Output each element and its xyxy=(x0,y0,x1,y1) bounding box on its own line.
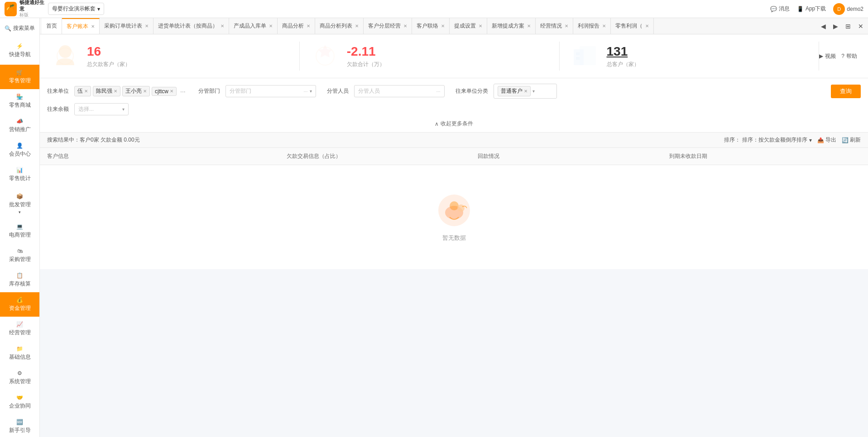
tabs-next-btn[interactable]: ▶ xyxy=(830,22,841,31)
unit-class-select[interactable]: 普通客户 ✕ ▾ xyxy=(494,84,557,99)
sidebar-item-system[interactable]: ⚙ 系统管理 xyxy=(0,366,39,390)
sidebar-item-marketing[interactable]: 📣 营销推广 xyxy=(0,114,39,138)
svg-point-0 xyxy=(59,45,72,58)
tab-close-prompt-settings[interactable]: ✕ xyxy=(479,24,482,28)
tag-close-cjttcw[interactable]: ✕ xyxy=(170,89,173,94)
tab-close-customer-tier[interactable]: ✕ xyxy=(403,24,407,28)
tab-close-new-achievement[interactable]: ✕ xyxy=(527,24,531,28)
collapse-btn[interactable]: ∧ 收起更多条件 xyxy=(435,120,473,128)
unit-class-tags: 普通客户 ✕ xyxy=(498,86,531,96)
sidebar-item-retail-mgmt[interactable]: 🛒 零售管理 xyxy=(0,65,39,89)
page-content: 16 总欠款客户（家） -2.11 欠款合计（万） xyxy=(40,34,868,437)
sidebar-item-enterprise[interactable]: 🤝 企业协同 xyxy=(0,390,39,414)
results-bar: 搜索结果中：客户0家 欠款金额 0.00元 排序： 排序：按欠款金额倒序排序 ▾… xyxy=(40,133,868,148)
sidebar-search[interactable]: 🔍 搜索菜单 xyxy=(0,18,39,37)
tab-close-customer-capital[interactable]: ✕ xyxy=(91,24,95,29)
query-button[interactable]: 查询 xyxy=(831,85,861,98)
tab-product-analysis-list[interactable]: 商品分析列表 ✕ xyxy=(315,18,364,34)
col-due-date: 到期未收款日期 xyxy=(669,152,861,160)
dept-select[interactable]: 分管部门 ··· ▾ xyxy=(225,85,316,97)
tab-home[interactable]: 首页 xyxy=(42,18,62,34)
tab-close-profit-report[interactable]: ✕ xyxy=(602,24,606,28)
filter-tag-cjttcw: cjttcw ✕ xyxy=(152,87,177,96)
refresh-btn[interactable]: 🔄 刷新 xyxy=(842,136,861,144)
balance-select[interactable]: 选择... ▾ xyxy=(74,103,129,115)
tag-close-wu[interactable]: ✕ xyxy=(84,89,88,94)
tab-profit-report[interactable]: 利润报告 ✕ xyxy=(573,18,611,34)
collapse-icon: ∧ xyxy=(435,121,439,127)
tab-production-inbound[interactable]: 产成品入库单 ✕ xyxy=(229,18,278,34)
tab-new-achievement[interactable]: 新增提成方案 ✕ xyxy=(487,18,536,34)
nav-icon: ⚡ xyxy=(16,43,23,49)
tab-close-purchase-order[interactable]: ✕ xyxy=(145,24,149,28)
tabs-prev-btn[interactable]: ◀ xyxy=(818,22,829,31)
tab-close-inbound-stats[interactable]: ✕ xyxy=(221,24,224,28)
tab-close-product-analysis[interactable]: ✕ xyxy=(307,24,310,28)
person-select[interactable]: 分管人员 ··· xyxy=(354,85,445,97)
tag-close-normal[interactable]: ✕ xyxy=(524,89,528,94)
tab-customer-contact[interactable]: 客户联络 ✕ xyxy=(412,18,450,34)
dept-chevron-icon: ▾ xyxy=(310,89,312,94)
debt-customers-icon xyxy=(51,42,80,71)
company-selector[interactable]: 母婴行业演示帐套 ▾ xyxy=(48,3,104,15)
video-btn[interactable]: ▶ 视频 xyxy=(819,52,836,60)
avatar: D xyxy=(833,3,845,15)
app-download-btn[interactable]: 📱 App下载 xyxy=(797,5,826,13)
empty-illustration xyxy=(436,192,472,228)
sidebar-item-member[interactable]: 👤 会员中心 xyxy=(0,138,39,162)
user-menu[interactable]: D demo2 xyxy=(833,3,863,15)
tabs-expand-btn[interactable]: ⊞ xyxy=(843,22,854,31)
tab-close-production-inbound[interactable]: ✕ xyxy=(269,24,273,28)
stat-debt-customers: 16 总欠款客户（家） xyxy=(51,42,300,71)
table-header: 客户信息 欠款交易信息（占比） 回款情况 到期未收款日期 xyxy=(40,148,868,165)
sidebar-item-inventory[interactable]: 📋 库存核算 xyxy=(0,268,39,292)
tabs-controls: ◀ ▶ ⊞ ✕ xyxy=(818,22,866,31)
stat-debt-amount: -2.11 欠款合计（万） xyxy=(300,42,560,71)
search-icon: 🔍 xyxy=(5,25,11,32)
tab-customer-tier[interactable]: 客户分层经营 ✕ xyxy=(364,18,412,34)
filter-more-btn[interactable]: ··· xyxy=(178,87,187,96)
sidebar-item-purchase[interactable]: 🛍 采购管理 xyxy=(0,243,39,268)
tab-retail-profit[interactable]: 零售利润（ ✕ xyxy=(611,18,654,34)
tab-close-operation-status[interactable]: ✕ xyxy=(565,24,568,28)
stats-bar: 16 总欠款客户（家） -2.11 欠款合计（万） xyxy=(40,34,868,78)
unit-class-chevron-icon: ▾ xyxy=(532,89,535,94)
tab-customer-capital[interactable]: 客户账本 ✕ xyxy=(62,18,100,34)
tab-close-customer-contact[interactable]: ✕ xyxy=(441,24,445,28)
tab-purchase-order[interactable]: 采购订单统计表 ✕ xyxy=(100,18,153,34)
tab-product-analysis[interactable]: 商品分析 ✕ xyxy=(278,18,315,34)
messages-btn[interactable]: 💬 消息 xyxy=(770,5,790,13)
tag-close-wang[interactable]: ✕ xyxy=(143,89,147,94)
tab-operation-status[interactable]: 经营情况 ✕ xyxy=(536,18,573,34)
tag-close-chen[interactable]: ✕ xyxy=(114,89,117,94)
help-icon: ? xyxy=(841,53,844,59)
tab-inbound-stats[interactable]: 进货单统计表（按商品） ✕ xyxy=(153,18,229,34)
sidebar-item-wholesale[interactable]: 📦 批发管理 ▾ xyxy=(0,189,39,219)
tab-prompt-settings[interactable]: 提成设置 ✕ xyxy=(450,18,487,34)
sidebar-item-basic-info[interactable]: 📁 基础信息 xyxy=(0,341,39,366)
search-menu-btn[interactable]: 🔍 搜索菜单 xyxy=(3,23,37,34)
export-btn[interactable]: 📤 导出 xyxy=(817,136,836,144)
person-label: 分管人员 xyxy=(327,87,349,95)
tabs-close-all-btn[interactable]: ✕ xyxy=(855,22,866,31)
empty-text: 暂无数据 xyxy=(442,234,466,242)
sidebar-item-newbie[interactable]: 🆕 新手引导 xyxy=(0,414,39,437)
sidebar-item-ecommerce[interactable]: 💻 电商管理 xyxy=(0,219,39,243)
sidebar-item-retail-mall[interactable]: 🏪 零售商城 xyxy=(0,89,39,114)
svg-rect-4 xyxy=(580,46,596,65)
sort-label: 排序： xyxy=(724,136,740,144)
tab-close-product-analysis-list[interactable]: ✕ xyxy=(355,24,359,28)
debt-amount-icon xyxy=(311,42,340,71)
sidebar-item-operation[interactable]: 📈 经营管理 xyxy=(0,317,39,341)
sidebar-item-capital[interactable]: 💰 资金管理 xyxy=(0,292,39,317)
filter-bar: 往来单位 伍 ✕ 陈民强 ✕ 王小亮 ✕ xyxy=(40,78,868,133)
sidebar-item-quick-nav[interactable]: ⚡ 快捷导航 xyxy=(0,38,39,63)
data-table: 客户信息 欠款交易信息（占比） 回款情况 到期未收款日期 xyxy=(40,148,868,269)
sidebar-item-retail-stats[interactable]: 📊 零售统计 xyxy=(0,162,39,187)
help-btn[interactable]: ? 帮助 xyxy=(841,52,857,60)
total-customers-value: 131 xyxy=(607,44,639,59)
top-bar: 🍊 畅捷通好生意 标版 母婴行业演示帐套 ▾ 💬 消息 📱 App下载 D de… xyxy=(0,0,868,18)
video-icon: ▶ xyxy=(819,53,823,59)
tab-close-retail-profit[interactable]: ✕ xyxy=(645,24,649,28)
sort-select[interactable]: 排序： 排序：按欠款金额倒序排序 ▾ xyxy=(724,136,812,144)
